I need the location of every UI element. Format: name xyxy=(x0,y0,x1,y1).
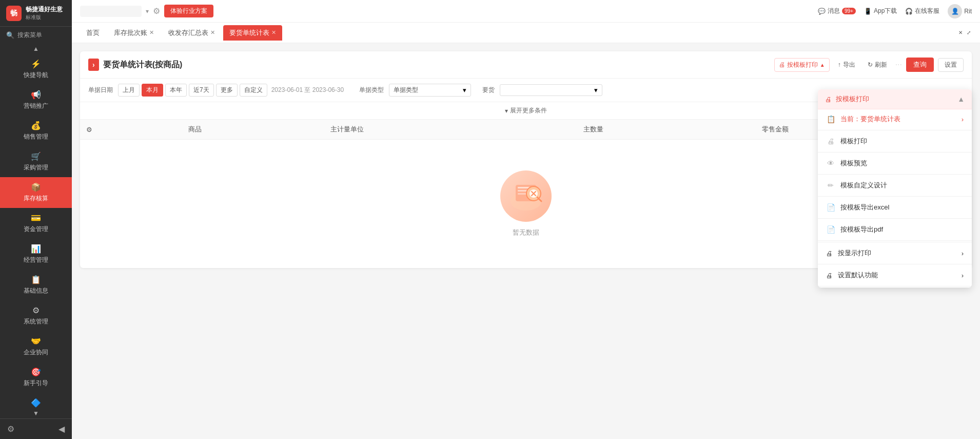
date-btn-本年[interactable]: 本年 xyxy=(165,84,187,97)
sidebar-search[interactable]: 🔍 搜索菜单 xyxy=(0,27,72,44)
dropdown-close-btn[interactable]: ▲ xyxy=(957,95,965,103)
settings-icon[interactable]: ⚙ xyxy=(7,424,14,434)
dropdown-sections: 🖨按显示打印›🖨设置默认功能› xyxy=(818,243,972,287)
section-divider xyxy=(818,264,972,264)
current-label: 当前：要货单统计表 xyxy=(840,114,956,124)
finance-icon: 💳 xyxy=(31,213,41,223)
dropdown-item-模板打印[interactable]: 🖨模板打印 xyxy=(818,131,972,151)
section-divider xyxy=(818,286,972,287)
tab-要货单统计表[interactable]: 要货单统计表✕ xyxy=(223,25,282,41)
base-icon: 📋 xyxy=(31,275,41,284)
sidebar-item-inventory[interactable]: 📦库存核算 xyxy=(0,177,72,208)
tab-收发存汇总表[interactable]: 收发存汇总表✕ xyxy=(162,25,221,41)
dropdown-section-设置默认功能[interactable]: 🖨设置默认功能› xyxy=(818,265,972,285)
message-badge: 99+ xyxy=(842,8,856,14)
page-content: › 要货单统计表(按商品) 🖨 按模板打印 ▲ ↑ 导出 ↻ 刷 xyxy=(72,43,980,439)
top-header: ▾ ⚙ 体验行业方案 💬 消息 99+ 📱 App下载 🎧 在线客服 👤 Rit xyxy=(72,0,980,23)
online-service-label: 在线客服 xyxy=(915,7,939,15)
dropdown-section-按显示打印[interactable]: 🖨按显示打印› xyxy=(818,243,972,263)
expand-sidebar-btn[interactable]: › xyxy=(88,59,99,71)
type-select-label: 单据类型 xyxy=(394,86,461,94)
refresh-btn[interactable]: ↻ 刷新 xyxy=(864,59,891,71)
sidebar-item-purchase[interactable]: 🛒采购管理 xyxy=(0,146,72,177)
close-window-btn[interactable]: ✕ xyxy=(957,30,964,36)
trial-btn[interactable]: 体验行业方案 xyxy=(164,5,213,17)
sidebar-item-collab[interactable]: 🤝企业协同 xyxy=(0,331,72,362)
print-template-btn[interactable]: 🖨 按模板打印 ▲ xyxy=(774,58,830,72)
date-btn-本月[interactable]: 本月 xyxy=(142,84,163,97)
sidebar-item-finance[interactable]: 💳资金管理 xyxy=(0,208,72,239)
tab-close-库存批次账[interactable]: ✕ xyxy=(149,29,154,36)
type-select[interactable]: 单据类型 ▾ xyxy=(389,84,471,97)
sidebar-item-operation[interactable]: 📊经营管理 xyxy=(0,239,72,270)
dropdown-item-icon: 👁 xyxy=(826,159,835,167)
expand-filter-btn[interactable]: ▾ 展开更多条件 xyxy=(505,106,547,115)
dropdown-current-item[interactable]: 📋 当前：要货单统计表 › xyxy=(818,109,972,129)
sidebar-item-apps[interactable]: 🔷应用中心 xyxy=(0,393,72,408)
header-dropdown-btn[interactable]: ▾ xyxy=(146,8,149,15)
date-filter-label: 单据日期 xyxy=(88,86,113,94)
current-arrow: › xyxy=(962,116,964,123)
date-btn-自定义[interactable]: 自定义 xyxy=(240,84,267,97)
scroll-down-btn[interactable]: ▼ xyxy=(0,408,72,418)
col-unit: 主计量单位 xyxy=(324,120,577,140)
sidebar-item-system[interactable]: ⚙系统管理 xyxy=(0,300,72,331)
app-download-label: App下载 xyxy=(874,7,897,15)
tab-库存批次账[interactable]: 库存批次账✕ xyxy=(108,25,160,41)
empty-text: 暂无数据 xyxy=(513,228,539,237)
phone-icon: 📱 xyxy=(864,8,872,15)
sidebar-search-label: 搜索菜单 xyxy=(17,31,42,40)
export-icon: ↑ xyxy=(838,61,841,68)
search-icon: 🔍 xyxy=(6,31,14,39)
date-btn-上月[interactable]: 上月 xyxy=(118,84,140,97)
scroll-up-btn[interactable]: ▲ xyxy=(0,44,72,54)
section-icon: 🖨 xyxy=(826,250,833,257)
sidebar: 畅 畅捷通好生意 标准版 🔍 搜索菜单 ▲ ⚡快捷导航📢营销推广💰销售管理🛒采购… xyxy=(0,0,72,439)
app-download-btn[interactable]: 📱 App下载 xyxy=(864,7,897,15)
date-filter-group: 上月本月本年近7天更多自定义2023-06-01 至 2023-06-30 xyxy=(118,84,344,97)
online-service-btn[interactable]: 🎧 在线客服 xyxy=(905,7,939,15)
user-name: Rit xyxy=(964,8,972,15)
logo-icon: 畅 xyxy=(6,6,22,21)
user-avatar[interactable]: 👤 Rit xyxy=(948,4,972,18)
divider xyxy=(818,152,972,152)
maximize-window-btn[interactable]: ⤢ xyxy=(966,30,972,36)
message-btn[interactable]: 💬 消息 99+ xyxy=(818,7,856,15)
header-search-input[interactable] xyxy=(80,6,142,17)
sidebar-item-base[interactable]: 📋基础信息 xyxy=(0,270,72,300)
message-icon: 💬 xyxy=(818,8,826,15)
tab-close-收发存汇总表[interactable]: ✕ xyxy=(210,29,215,36)
goods-filter-label: 要货 xyxy=(482,86,495,94)
col-settings[interactable]: ⚙ xyxy=(80,120,182,140)
marketing-icon: 📢 xyxy=(31,90,41,100)
tab-bar: 首页库存批次账✕收发存汇总表✕要货单统计表✕ ✕ ⤢ xyxy=(72,23,980,43)
empty-illustration xyxy=(500,170,552,222)
date-btn-近7天[interactable]: 近7天 xyxy=(189,84,214,97)
dropdown-item-icon: ✏ xyxy=(826,181,835,189)
sidebar-item-guide[interactable]: 🎯新手引导 xyxy=(0,362,72,393)
tab-close-要货单统计表[interactable]: ✕ xyxy=(271,29,276,36)
collapse-icon[interactable]: ◀ xyxy=(58,424,65,434)
dropdown-item-icon: 📄 xyxy=(826,225,835,234)
inventory-icon: 📦 xyxy=(31,182,41,192)
dropdown-item-icon: 📄 xyxy=(826,203,835,212)
date-btn-更多[interactable]: 更多 xyxy=(216,84,238,97)
dropdown-item-按模板导出pdf[interactable]: 📄按模板导出pdf xyxy=(818,220,972,239)
export-btn[interactable]: ↑ 导出 xyxy=(834,59,859,71)
tab-首页[interactable]: 首页 xyxy=(80,25,106,41)
setting-btn[interactable]: 设置 xyxy=(938,58,964,72)
header-gear-icon[interactable]: ⚙ xyxy=(153,6,160,16)
goods-select[interactable]: ▾ xyxy=(500,84,602,96)
page-header-actions: 🖨 按模板打印 ▲ ↑ 导出 ↻ 刷新 ··· 查询 设置 xyxy=(774,58,964,72)
more-actions-icon[interactable]: ··· xyxy=(895,60,902,69)
sidebar-item-quick-nav[interactable]: ⚡快捷导航 xyxy=(0,54,72,85)
query-btn[interactable]: 查询 xyxy=(906,58,934,72)
printer-icon: 🖨 xyxy=(779,61,785,68)
sidebar-item-sales[interactable]: 💰销售管理 xyxy=(0,116,72,146)
dropdown-item-按模板导出excel[interactable]: 📄按模板导出excel xyxy=(818,198,972,217)
sidebar-item-marketing[interactable]: 📢营销推广 xyxy=(0,85,72,116)
chevron-down-expand-icon: ▾ xyxy=(505,107,508,114)
section-arrow-icon: › xyxy=(962,272,964,279)
dropdown-item-模板自定义设计[interactable]: ✏模板自定义设计 xyxy=(818,176,972,195)
dropdown-item-模板预览[interactable]: 👁模板预览 xyxy=(818,154,972,173)
